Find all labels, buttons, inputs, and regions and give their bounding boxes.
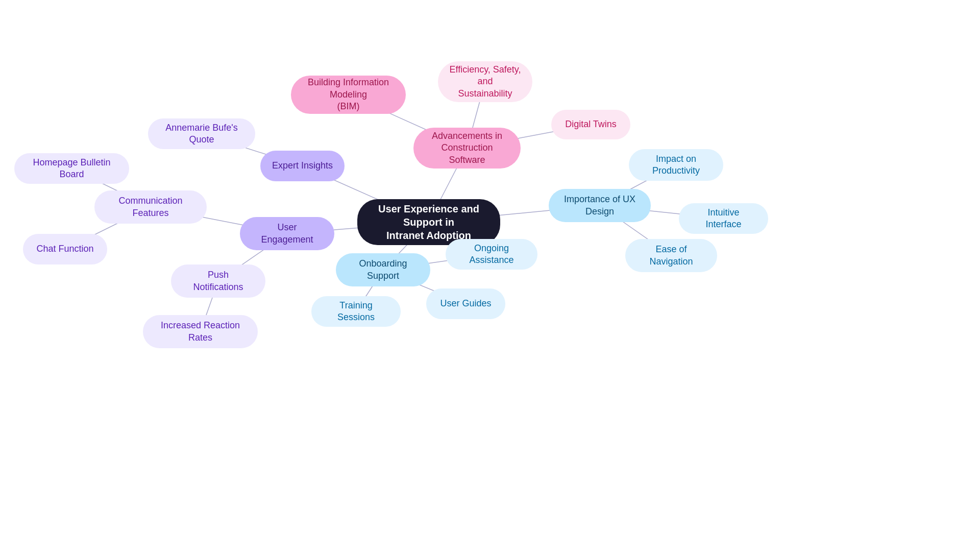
annemarie-node: Annemarie Bufe's Quote [148,118,255,149]
importance-ux-label: Importance of UX Design [560,194,640,218]
intuitive-interface-node: Intuitive Interface [679,203,768,234]
onboarding-support-node: Onboarding Support [336,253,430,286]
push-notifications-node: Push Notifications [171,265,265,298]
ongoing-assistance-node: Ongoing Assistance [446,239,537,270]
user-engagement-label: User Engagement [251,222,323,246]
advancements-node: Advancements in Construction Software [413,128,521,169]
chat-function-node: Chat Function [23,234,107,265]
ongoing-assistance-label: Ongoing Assistance [457,243,526,267]
user-engagement-node: User Engagement [240,217,334,250]
digital-twins-node: Digital Twins [551,110,630,139]
center-label: User Experience and Support in Intranet … [376,202,482,242]
onboarding-support-label: Onboarding Support [347,258,419,282]
training-sessions-node: Training Sessions [311,296,401,327]
bim-node: Building Information Modeling (BIM) [291,76,406,114]
expert-insights-label: Expert Insights [272,160,333,172]
impact-productivity-node: Impact on Productivity [629,149,723,181]
importance-ux-node: Importance of UX Design [549,189,651,222]
efficiency-node: Efficiency, Safety, and Sustainability [438,61,532,102]
impact-productivity-label: Impact on Productivity [640,153,712,177]
homepage-bulletin-board-label: Homepage Bulletin Board [26,157,118,181]
homepage-bulletin-board-node: Homepage Bulletin Board [14,153,129,184]
communication-features-label: Communication Features [106,195,195,219]
user-guides-label: User Guides [440,298,491,309]
center-node: User Experience and Support in Intranet … [357,199,500,245]
intuitive-interface-label: Intuitive Interface [690,207,757,231]
bim-label: Building Information Modeling (BIM) [302,77,395,112]
efficiency-label: Efficiency, Safety, and Sustainability [449,64,521,100]
user-guides-node: User Guides [426,288,505,319]
increased-reaction-rates-label: Increased Reaction Rates [154,320,247,344]
advancements-label: Advancements in Construction Software [425,130,509,166]
expert-insights-node: Expert Insights [260,151,345,181]
training-sessions-label: Training Sessions [323,300,389,324]
increased-reaction-rates-node: Increased Reaction Rates [143,315,258,348]
chat-function-label: Chat Function [36,243,93,255]
annemarie-label: Annemarie Bufe's Quote [159,122,244,146]
communication-features-node: Communication Features [94,190,207,224]
ease-navigation-node: Ease of Navigation [625,239,717,272]
push-notifications-label: Push Notifications [182,269,254,293]
ease-navigation-label: Ease of Navigation [636,244,706,268]
digital-twins-label: Digital Twins [565,118,617,130]
